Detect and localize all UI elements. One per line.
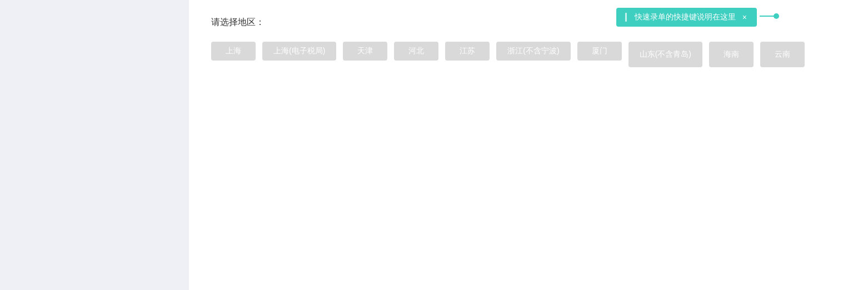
region-btn-tianjin[interactable]: 天津 <box>343 42 387 61</box>
tooltip-dot <box>774 13 779 19</box>
region-row-1: 上海上海(电子税局)天津河北江苏浙江(不含宁波)厦门 <box>211 42 622 61</box>
region-btn-xiamen[interactable]: 厦门 <box>577 42 622 61</box>
region-btn-shanghai[interactable]: 上海 <box>211 42 256 61</box>
region-btn-hebei[interactable]: 河北 <box>394 42 438 61</box>
region-row-2: 山东(不含青岛)海南云南 <box>628 42 805 67</box>
region-btn-hainan[interactable]: 海南 <box>709 42 754 67</box>
region-btn-shandong[interactable]: 山东(不含青岛) <box>628 42 702 67</box>
region-btn-yunnan[interactable]: 云南 <box>760 42 805 67</box>
region-buttons-container: 上海上海(电子税局)天津河北江苏浙江(不含宁波)厦门山东(不含青岛)海南云南 <box>211 42 846 67</box>
tooltip-close-button[interactable]: × <box>741 13 748 22</box>
region-btn-shanghai-etax[interactable]: 上海(电子税局) <box>262 42 336 61</box>
region-btn-jiangsu[interactable]: 江苏 <box>445 42 490 61</box>
main-content: 请选择地区： 上海上海(电子税局)天津河北江苏浙江(不含宁波)厦门山东(不含青岛… <box>189 0 868 290</box>
tooltip-text: 快速录单的快捷键说明在这里 <box>635 12 736 22</box>
region-btn-zhejiang[interactable]: 浙江(不含宁波) <box>496 42 570 61</box>
sidebar <box>0 0 189 290</box>
tooltip-banner: 快速录单的快捷键说明在这里 × <box>616 8 757 27</box>
